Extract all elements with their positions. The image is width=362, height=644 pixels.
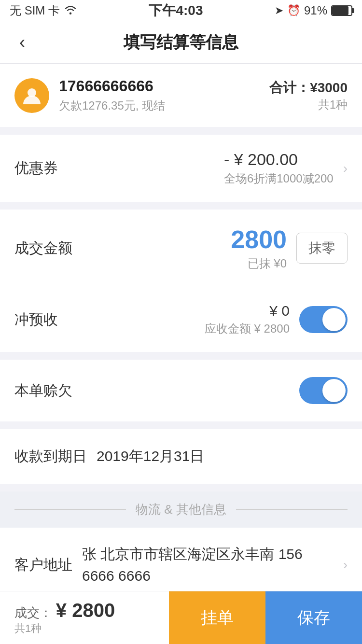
amount-sub: 已抹 ¥0 [231,256,287,271]
amount-row: 成交金额 2800 已抹 ¥0 抹零 [0,210,362,287]
coupon-description: 全场6折满1000减200 [224,171,334,186]
amount-section: 成交金额 2800 已抹 ¥0 抹零 冲预收 ¥ 0 应收金额 ¥ 2800 [0,210,362,352]
bottom-amount: ¥ 2800 [56,600,115,621]
bottom-deal-label: 成交： [14,605,52,620]
battery-label: 91% [304,4,327,17]
content: 17666666666 欠款1276.35元, 现结 合计：¥3000 共1种 … [0,64,362,644]
coupon-section: 优惠券 - ¥ 200.00 全场6折满1000减200 › [0,135,362,202]
amount-value: 2800 [231,225,287,254]
time-label: 下午4:03 [149,1,203,20]
bendan-label: 本单赊欠 [14,381,72,401]
bottom-summary: 成交： ¥ 2800 共1种 [0,600,169,636]
coupon-discount: - ¥ 200.00 [224,150,334,169]
avatar [14,78,49,113]
carrier-label: 无 SIM 卡 [10,3,60,18]
divider-line-left [14,509,126,510]
chongyu-label: 冲预收 [14,310,58,330]
coupon-row[interactable]: 优惠券 - ¥ 200.00 全场6折满1000减200 › [0,135,362,202]
chongyu-row: 冲预收 ¥ 0 应收金额 ¥ 2800 [0,287,362,352]
chongyu-right: ¥ 0 应收金额 ¥ 2800 [205,303,348,336]
hang-button[interactable]: 挂单 [169,591,265,644]
location-icon: ➤ [275,4,283,17]
chongyu-amount-info: ¥ 0 应收金额 ¥ 2800 [205,303,290,336]
battery-icon [331,5,352,16]
bottom-deal-row: 成交： ¥ 2800 [14,600,154,621]
customer-left: 17666666666 欠款1276.35元, 现结 [14,77,165,113]
divider-line-right [236,509,348,510]
total-amount: 合计：¥3000 [269,79,348,97]
divider-text: 物流 & 其他信息 [126,501,236,518]
status-left: 无 SIM 卡 [10,3,77,18]
nav-bar: ‹ 填写结算等信息 [0,21,362,64]
bendan-row: 本单赊欠 [0,360,362,421]
coupon-right: - ¥ 200.00 全场6折满1000减200 › [224,150,348,186]
chongyu-sub: 应收金额 ¥ 2800 [205,321,290,336]
save-button[interactable]: 保存 [265,591,362,644]
page-title: 填写结算等信息 [124,31,238,54]
back-button[interactable]: ‹ [14,28,30,57]
chongyu-amount: ¥ 0 [205,303,290,319]
divider-section: 物流 & 其他信息 [0,491,362,528]
chevron-right-icon: › [343,161,348,176]
due-label: 收款到期日 [14,447,87,466]
address-label: 客户地址 [14,555,72,575]
customer-info: 17666666666 欠款1276.35元, 现结 [59,77,165,113]
chongyu-toggle[interactable] [299,306,348,333]
coupon-label: 优惠券 [14,158,58,178]
due-date-row: 收款到期日 2019年12月31日 [0,429,362,484]
status-bar: 无 SIM 卡 下午4:03 ➤ ⏰ 91% [0,0,362,21]
address-chevron-icon: › [343,557,348,573]
alarm-icon: ⏰ [287,4,300,17]
customer-phone: 17666666666 [59,77,165,95]
due-date-value: 2019年12月31日 [97,447,204,466]
customer-debt: 欠款1276.35元, 现结 [59,98,165,113]
wifi-icon [64,4,77,17]
round-button[interactable]: 抹零 [296,233,348,264]
address-text: 张 北京市市辖区海淀区永丰南 156 6666 6666 [82,543,338,587]
bottom-bar: 成交： ¥ 2800 共1种 挂单 保存 [0,591,362,644]
amount-right: 2800 已抹 ¥0 抹零 [231,225,348,271]
customer-card: 17666666666 欠款1276.35元, 现结 合计：¥3000 共1种 [0,64,362,127]
amount-label: 成交金额 [14,238,72,258]
bendan-toggle[interactable] [299,377,348,404]
total-count: 共1种 [269,97,348,112]
bottom-count: 共1种 [14,621,154,636]
customer-right: 合计：¥3000 共1种 [269,79,348,112]
status-right: ➤ ⏰ 91% [275,4,352,17]
